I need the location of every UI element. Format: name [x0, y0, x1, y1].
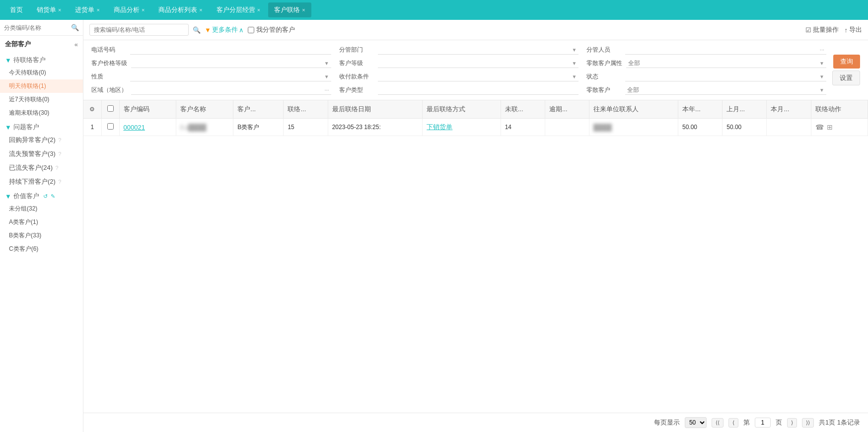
customer-table: ⚙ 客户编码 客户名称 客户... 联络... 最后联络日期 最后联络方式 未联…	[83, 100, 868, 136]
more-action-icon[interactable]: ⊞	[827, 123, 833, 131]
retail-customer-wrap[interactable]: ▼	[625, 85, 826, 95]
row-last-contact-method[interactable]: 下销货单	[423, 119, 501, 136]
value-edit-icon[interactable]: ✎	[51, 193, 55, 200]
col-last-contact-method: 最后联络方式	[423, 100, 501, 119]
sidebar-item-class-b[interactable]: B类客户(33)	[0, 229, 83, 242]
my-customers-checkbox-label[interactable]: 我分管的客户	[248, 25, 295, 34]
filter-status: 状态 ▼	[586, 72, 826, 81]
person-input[interactable]	[627, 46, 820, 53]
filter-person: 分管人员 ···	[586, 45, 826, 55]
table-row: 1 000021 Ea████ B类客户 15 2023-05-23 18:25…	[83, 119, 868, 136]
col-contacts: 联络...	[284, 100, 328, 119]
sidebar-item-class-a[interactable]: A类客户(1)	[0, 216, 83, 229]
sidebar-all-customers[interactable]: 全部客户 «	[0, 36, 83, 53]
row-actions-group: ☎ ⊞	[815, 123, 864, 131]
sidebar-item-abnormal-repurchase[interactable]: 回购异常客户(2) ?	[0, 133, 83, 147]
page-size-select[interactable]: 50	[685, 417, 707, 428]
retail-attr-wrap[interactable]: ▼	[626, 59, 826, 68]
nav-home[interactable]: 首页	[4, 2, 29, 17]
row-unlisted: 14	[501, 119, 545, 136]
dept-input[interactable]	[380, 46, 570, 53]
retail-customer-arrow: ▼	[819, 87, 824, 93]
retail-customer-input[interactable]	[627, 86, 817, 93]
settings-button[interactable]: 设置	[832, 71, 860, 85]
content-area: 🔍 ▼ 更多条件 ∧ 我分管的客户 ☑ 批量操作 ↑ 导出	[83, 20, 868, 432]
filter-phone: 电话号码	[91, 45, 331, 55]
sidebar-item-ungrouped[interactable]: 未分组(32)	[0, 202, 83, 216]
sidebar-search-input[interactable]	[4, 24, 71, 31]
filter-retail-attr: 零散客户属性 ▼	[586, 59, 826, 68]
retail-attr-input[interactable]	[628, 60, 817, 67]
nav-customer-stratification[interactable]: 客户分层经营×	[211, 2, 266, 17]
nav-purchase-order[interactable]: 进货单×	[69, 2, 105, 17]
nav-close-icon[interactable]: ×	[96, 7, 99, 13]
nav-customer-contact[interactable]: 客户联络×	[268, 2, 311, 17]
row-checkbox[interactable]	[101, 119, 119, 136]
value-refresh-icon[interactable]: ↺	[43, 193, 48, 200]
sidebar-item-today-pending[interactable]: 今天待联络(0)	[0, 66, 83, 79]
row-no: 1	[83, 119, 101, 136]
nav-sales-order[interactable]: 销货单×	[31, 2, 67, 17]
dept-input-wrap[interactable]: ▼	[378, 45, 579, 55]
customer-value-input[interactable]	[133, 60, 322, 67]
sidebar-item-7days-pending[interactable]: 近7天待联络(0)	[0, 93, 83, 106]
sidebar-collapse-icon[interactable]: «	[74, 41, 78, 48]
export-btn[interactable]: ↑ 导出	[845, 25, 863, 34]
query-button[interactable]: 查询	[833, 55, 860, 69]
nav-close-icon[interactable]: ×	[257, 7, 260, 13]
sidebar-item-tomorrow-pending[interactable]: 明天待联络(1)	[0, 79, 83, 93]
filter-row-2: 客户价格等级 ▼ 客户等级 ▼	[91, 59, 826, 68]
sidebar: 🔍 全部客户 « ▼ 待联络客户 今天待联络(0) 明天待联络(1) 近7天待联…	[0, 20, 83, 432]
customer-value-wrap[interactable]: ▼	[131, 59, 331, 68]
row-select-checkbox[interactable]	[107, 123, 114, 130]
gender-wrap[interactable]: ▼	[130, 72, 331, 81]
filter-retail-customer: 零散客户 ▼	[586, 85, 826, 95]
advanced-filter-panel: 电话号码 分管部门 ▼	[83, 40, 868, 100]
row-customer-code[interactable]: 000021	[119, 119, 176, 136]
more-conditions-btn[interactable]: ▼ 更多条件 ∧	[205, 25, 244, 34]
nav-close-icon[interactable]: ×	[302, 7, 305, 13]
sidebar-item-class-c[interactable]: C类客户(6)	[0, 242, 83, 256]
sidebar-item-churned[interactable]: 已流失客户(24) ?	[0, 161, 83, 175]
page-input[interactable]	[755, 418, 771, 428]
nav-product-analysis[interactable]: 商品分析×	[108, 2, 150, 17]
person-input-wrap: ···	[625, 45, 826, 55]
status-wrap[interactable]: ▼	[625, 72, 826, 81]
col-settings[interactable]: ⚙	[83, 100, 101, 119]
nav-close-icon[interactable]: ×	[142, 7, 145, 13]
sidebar-item-overdue-contact[interactable]: 逾期未联络(30)	[0, 106, 83, 120]
contact-icon[interactable]: ☎	[815, 123, 824, 131]
sidebar-search-icon[interactable]: 🔍	[71, 24, 79, 31]
area-more-icon[interactable]: ···	[325, 87, 329, 93]
phone-input[interactable]	[132, 46, 329, 53]
batch-operation-btn[interactable]: ☑ 批量操作	[805, 25, 839, 34]
nav-product-analysis-list[interactable]: 商品分析列表×	[152, 2, 208, 17]
sidebar-pending-group: ▼ 待联络客户	[0, 53, 83, 66]
nav-close-icon[interactable]: ×	[58, 7, 61, 13]
select-all-checkbox[interactable]	[107, 105, 114, 112]
nav-close-icon[interactable]: ×	[199, 7, 202, 13]
search-input[interactable]	[89, 24, 189, 36]
search-button[interactable]: 🔍	[193, 26, 201, 34]
first-page-btn[interactable]: ⟨⟨	[712, 418, 723, 428]
status-input[interactable]	[627, 73, 817, 80]
my-customers-checkbox[interactable]	[248, 27, 254, 33]
sidebar-item-declining[interactable]: 持续下滑客户(2) ?	[0, 175, 83, 189]
customer-type-input[interactable]	[380, 86, 577, 93]
payment-wrap[interactable]: ▼	[378, 72, 579, 81]
gender-arrow: ▼	[324, 74, 329, 79]
page-label: 第	[743, 418, 750, 427]
customer-level-input[interactable]	[380, 60, 570, 67]
payment-input[interactable]	[380, 73, 570, 80]
area-input[interactable]	[133, 86, 325, 93]
sidebar-item-churn-warning[interactable]: 流失预警客户(3) ?	[0, 147, 83, 161]
customer-type-wrap[interactable]	[378, 85, 579, 95]
person-more-icon[interactable]: ···	[820, 47, 824, 53]
prev-page-btn[interactable]: ⟨	[728, 418, 738, 428]
customer-level-wrap[interactable]: ▼	[378, 59, 579, 68]
col-overdue: 逾期...	[545, 100, 589, 119]
filter-bar: 🔍 ▼ 更多条件 ∧ 我分管的客户 ☑ 批量操作 ↑ 导出	[83, 20, 868, 40]
next-page-btn[interactable]: ⟩	[787, 418, 797, 428]
gender-input[interactable]	[132, 73, 322, 80]
last-page-btn[interactable]: ⟩⟩	[802, 418, 814, 428]
